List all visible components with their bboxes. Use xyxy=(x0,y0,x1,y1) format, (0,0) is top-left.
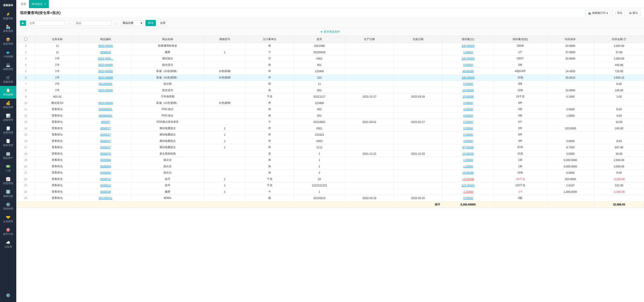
cell-code[interactable]: 001000031 xyxy=(80,195,132,201)
sidebar-item-purchase[interactable]: 🛒 采购管理 xyxy=(0,73,16,86)
sidebar-item-wholesale[interactable]: 📦 批发管理 xyxy=(0,35,16,48)
cell-qty-main[interactable]: -1.00000 xyxy=(442,189,494,195)
toggle-button[interactable]: ⊞ 展示 xyxy=(627,10,640,16)
cell-code[interactable]: 0000017 xyxy=(80,144,132,151)
sidebar-item-general[interactable]: 📊 总账管理 xyxy=(0,111,16,124)
cell-qty-main[interactable]: 10.00000 xyxy=(442,170,494,176)
cell-qty-main[interactable]: 87.00000 xyxy=(442,144,494,151)
cell-qty-main[interactable]: 2.00000 xyxy=(442,125,494,132)
cell-qty-main[interactable]: 10.00000 xyxy=(442,87,494,94)
cell-code[interactable]: 0000017 xyxy=(80,132,132,138)
cell-code[interactable]: 0000012 xyxy=(80,176,132,182)
cell-code[interactable]: 0023-00005 xyxy=(80,68,132,75)
cell-qty-main[interactable]: 0.00000 xyxy=(442,100,494,106)
cell-qty-main[interactable]: 0.00000 xyxy=(442,132,494,138)
col-qty-main: 现存量(主) xyxy=(442,36,494,43)
cell-qty-main[interactable]: 0.00000 xyxy=(442,62,494,68)
cell-code[interactable]: 0000012 xyxy=(80,182,132,189)
cell-qty-main[interactable]: 49.60000 xyxy=(442,68,494,75)
print-button[interactable]: 🖨️ 按模板打印 ▾ xyxy=(586,10,610,16)
product-filter[interactable] xyxy=(74,21,112,26)
cell-code[interactable]: 0000017 xyxy=(80,138,132,144)
export-button[interactable]: ↑ 导出 xyxy=(612,10,625,16)
select-all-checkbox[interactable] xyxy=(24,38,27,41)
cell-qty-main[interactable]: 1.00000 xyxy=(442,157,494,163)
sidebar-item-labor[interactable]: 💵 工资 xyxy=(0,162,16,175)
sidebar-item-tax[interactable]: 📑 税务管理 xyxy=(0,137,16,149)
sidebar-item-finance[interactable]: 💰 资金管理 xyxy=(0,99,16,111)
sidebar-settings[interactable]: ⚙️ xyxy=(0,291,16,300)
cell-code[interactable]: 001000026 xyxy=(80,81,132,87)
cell-qty-main[interactable]: 1.00000 xyxy=(442,163,494,170)
table-row: 82号0023-00005批次适当米00110.0000010米10.00001… xyxy=(16,87,644,94)
cell-code[interactable]: 0000084 xyxy=(80,163,132,170)
sidebar-item-small-ecommerce[interactable]: 🐟 小鱼电商 xyxy=(0,48,16,61)
warehouse-filter[interactable] xyxy=(28,21,65,26)
cell-code[interactable]: 0023-0000... xyxy=(80,56,132,62)
col-checkbox[interactable] xyxy=(16,36,35,43)
warehouse-input[interactable] xyxy=(30,22,63,25)
product-input[interactable] xyxy=(76,22,110,25)
cell-qty-main[interactable]: 3.00000 xyxy=(442,138,494,144)
cell-qty-main[interactable]: 10.00000 xyxy=(442,151,494,157)
sidebar-item-cloud[interactable]: ☁️ 云应用 xyxy=(0,238,16,251)
cell-code[interactable]: 0000017 xyxy=(80,125,132,132)
cell-qty-main[interactable]: 1.00000 xyxy=(442,49,494,56)
sidebar-item-fixed-assets[interactable]: 🏢 固定资产 xyxy=(0,149,16,162)
cell-unit: 斤 xyxy=(246,56,294,62)
cell-code[interactable]: 0000029 xyxy=(80,189,132,195)
cell-code[interactable]: 000900001 xyxy=(80,106,132,113)
cell-qty-main[interactable]: 100.00000 xyxy=(442,75,494,81)
search-button[interactable]: 查询 xyxy=(146,20,156,26)
sidebar-item-ops[interactable]: 📈 经营管理 xyxy=(0,175,16,187)
cell-qty-main[interactable]: 100.00000 xyxy=(442,56,494,62)
cell-code[interactable]: 0023-00008 xyxy=(80,75,132,81)
cell-code[interactable]: 0023-00005 xyxy=(80,62,132,68)
cell-code[interactable]: 0023-00005 xyxy=(80,87,132,94)
cell-code[interactable]: 0000029 xyxy=(80,49,132,56)
table-container[interactable]: 仓库名称 商品编码 商品名称 规格型号 主计量单位 批号 生产日期 失效日期 现… xyxy=(16,36,644,302)
cell-code[interactable]: 0023-00009 xyxy=(80,43,132,49)
cell-amount: 30.00 xyxy=(594,151,644,157)
cell-qty-main[interactable]: -16.00000 xyxy=(442,176,494,182)
tab-home[interactable]: 首页 xyxy=(18,0,29,8)
expand-more-btn[interactable]: ▼ 展开更多条件 xyxy=(318,29,342,35)
cell-exp-date xyxy=(394,100,442,106)
cell-exp-date xyxy=(394,157,442,163)
sidebar-item-basic[interactable]: ℹ️ 基础信息 xyxy=(0,187,16,200)
cell-code[interactable]: 0000078 xyxy=(80,151,132,157)
cell-qty-main[interactable]: 4.00000 xyxy=(442,106,494,113)
sidebar-item-inventory[interactable]: 📋 库存核查 xyxy=(0,86,16,99)
filter-expand-btn[interactable]: ▶ xyxy=(20,20,26,26)
sidebar-item-collab[interactable]: 🤝 企业协同 xyxy=(0,213,16,225)
sidebar-item-guide[interactable]: 🎯 新手引导 xyxy=(0,225,16,238)
guide-icon: 🎯 xyxy=(1,228,16,232)
cell-code[interactable]: 0000084 xyxy=(80,170,132,176)
cell-spec xyxy=(204,119,246,125)
cell-qty-main[interactable]: 100.00000 xyxy=(442,43,494,49)
sidebar-item-invoice[interactable]: 🧾 发票管理 xyxy=(0,124,16,137)
sidebar-logo[interactable]: 搜索菜单 xyxy=(2,2,14,9)
cell-qty-main[interactable]: 4.00000 xyxy=(442,113,494,119)
sidebar-item-quick-nav[interactable]: ⚡ 快捷导航 xyxy=(0,10,16,23)
cell-qty-main[interactable]: 0.00000 xyxy=(442,119,494,125)
cell-qty-main[interactable]: 0.00000 xyxy=(442,81,494,87)
cell-code[interactable]: 000097 xyxy=(80,119,132,125)
sidebar-item-ecommerce[interactable]: 💻 电商管理 xyxy=(0,61,16,73)
cell-code[interactable]: 0000084 xyxy=(80,157,132,163)
table-row: 16晋客裕仓0000017测试电重批次1件00033.000003件3.0000… xyxy=(16,138,644,144)
cell-code[interactable]: 0023-00008 xyxy=(80,100,132,106)
cell-code[interactable]: 000900001 xyxy=(80,113,132,119)
category-filter[interactable]: 商品分类 ▾ xyxy=(121,20,144,26)
cell-qty-main[interactable]: 122.00000 xyxy=(442,182,494,189)
cell-qty-main[interactable]: 10.00000 xyxy=(442,94,494,100)
sidebar-item-retail[interactable]: 🏪 零售管理 xyxy=(0,23,16,35)
tab-close-btn[interactable]: × xyxy=(44,3,46,6)
cell-code[interactable] xyxy=(80,94,132,100)
set-button[interactable]: 设置 xyxy=(158,20,168,26)
cell-qty-main[interactable]: 0.00000 xyxy=(442,195,494,201)
cell-qty-incl: 4米 xyxy=(494,106,546,113)
tab-inventory-batch[interactable]: 库存批次 × xyxy=(29,0,49,8)
sidebar-item-system[interactable]: ⚙️ 系统管理 xyxy=(0,200,16,213)
filter-ellipsis-2: ... xyxy=(113,22,119,25)
